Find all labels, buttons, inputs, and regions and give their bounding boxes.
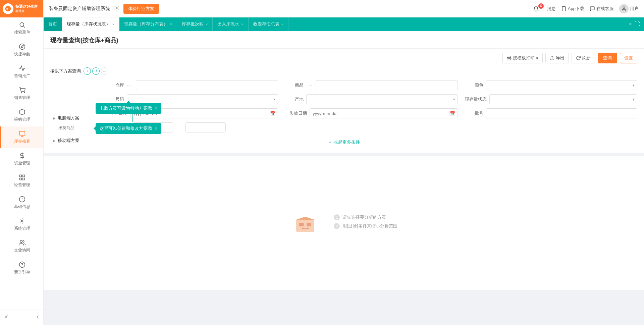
svg-point-23	[5, 316, 7, 318]
tab-in-out-flow-label: 出入库流水	[217, 21, 239, 27]
content-area: 现存量查询(按仓库+商品) 按模板打印 ▾ 导出 刷新 查询	[44, 31, 644, 325]
batch-label: 批号	[463, 110, 483, 116]
tab-home[interactable]: 首页	[44, 17, 62, 31]
refresh-scheme-button[interactable]: ↺	[92, 67, 100, 75]
tip-num-1: 1	[334, 214, 340, 220]
svg-point-20	[20, 240, 22, 243]
sidebar-label-inventory: 库存核算	[14, 139, 30, 144]
scheme-mobile-arrow: ▶	[53, 139, 56, 143]
tab-close-collect-summary[interactable]: ×	[281, 22, 283, 26]
tab-batch-ledger[interactable]: 库存批次账 ×	[177, 17, 213, 31]
scheme-tree: ▶ 电脑端方案 按类商品 ▶ 移动端方案	[50, 113, 97, 146]
filter-label: 按以下方案查询	[50, 68, 81, 74]
filter-area: 按以下方案查询 + ↺ ← 电脑方案可设为移动方案哦 ×	[44, 63, 644, 153]
expiry-date-label: 失效日期	[283, 110, 307, 116]
empty-state: 1 请先选择要分析的方案 2 用[过滤]条件来缩小分析范围	[290, 181, 397, 266]
sidebar-label-finance: 资金管理	[14, 160, 30, 166]
svg-line-3	[23, 26, 25, 28]
sidebar-item-inventory[interactable]: 库存核算	[0, 126, 43, 148]
tab-collect-summary[interactable]: 收发存汇总表 ×	[249, 17, 288, 31]
scheme-mobile-label: 移动端方案	[58, 138, 79, 144]
svg-point-24	[116, 7, 117, 9]
scheme-desktop[interactable]: ▶ 电脑端方案	[50, 113, 97, 123]
color-select[interactable]	[486, 80, 637, 90]
inventory-main-to-input[interactable]	[185, 122, 226, 132]
maximize-button[interactable]: ⛶	[635, 21, 640, 27]
refresh-label: 刷新	[582, 55, 591, 61]
svg-rect-28	[508, 58, 511, 60]
svg-rect-30	[296, 220, 314, 232]
tooltip2-text: 这里可以创建和修改方案哦	[100, 125, 152, 131]
goods-label: 商品	[283, 82, 304, 88]
sidebar-item-quick-nav[interactable]: 快捷导航	[0, 39, 43, 61]
svg-rect-25	[562, 6, 565, 11]
svg-rect-32	[307, 223, 312, 226]
scheme-mobile[interactable]: ▶ 移动端方案	[50, 136, 97, 146]
filter-action-buttons: + ↺ ←	[84, 67, 108, 75]
prev-scheme-button[interactable]: ←	[101, 67, 108, 75]
tip-text-1: 请先选择要分析的方案	[342, 214, 386, 220]
tab-close-inventory-dist[interactable]: ×	[170, 22, 172, 26]
sidebar-item-operations[interactable]: 经营管理	[0, 170, 43, 192]
collapse-sidebar-icon[interactable]	[35, 314, 41, 321]
sidebar-item-guide[interactable]: 新手引导	[0, 257, 43, 279]
system-settings-icon[interactable]	[114, 5, 119, 12]
tab-in-out-flow[interactable]: 出入库流水 ×	[213, 17, 248, 31]
add-scheme-button[interactable]: +	[84, 67, 91, 75]
tab-inventory-status[interactable]: 现存量（库存状况表） ×	[62, 17, 119, 31]
expiry-date-input[interactable]	[310, 108, 458, 118]
sidebar-label-operations: 经营管理	[14, 182, 30, 188]
sidebar-item-marketing[interactable]: 营销推广	[0, 61, 43, 83]
sidebar-label-search: 搜索菜单	[14, 30, 30, 35]
batch-input[interactable]	[486, 108, 637, 118]
sidebar-label-guide: 新手引导	[14, 269, 30, 275]
origin-select-wrap[interactable]	[306, 94, 458, 104]
template-print-arrow: ▾	[536, 56, 538, 61]
sidebar-item-system[interactable]: 系统管理	[0, 214, 43, 235]
settings-icon[interactable]	[3, 314, 9, 321]
tooltip2-close[interactable]: ×	[155, 126, 157, 131]
user-action[interactable]: 用户	[619, 4, 639, 13]
inventory-status-select[interactable]	[489, 94, 637, 104]
trial-button[interactable]: 体验行业方案	[123, 4, 159, 14]
color-select-wrap[interactable]	[486, 80, 637, 90]
sidebar-item-sales[interactable]: 销售管理	[0, 83, 43, 105]
inventory-status-select-wrap[interactable]	[489, 94, 637, 104]
support-action[interactable]: 在线客服	[590, 6, 614, 12]
query-button[interactable]: 查询	[598, 53, 617, 63]
close-all-tabs-button[interactable]: ×	[629, 21, 632, 27]
notification-action[interactable]: 6 消息	[533, 6, 556, 12]
tooltip1-close[interactable]: ×	[155, 106, 157, 111]
page-title: 现存量查询(按仓库+商品)	[50, 36, 637, 48]
origin-select[interactable]	[306, 94, 458, 104]
sidebar-item-search[interactable]: 搜索菜单	[0, 17, 43, 39]
export-button[interactable]: 导出	[545, 53, 569, 63]
app-download-action[interactable]: App下载	[561, 6, 584, 12]
tab-inventory-dist[interactable]: 现存量（库存分布表） ×	[119, 17, 177, 31]
expiry-date-field: 失效日期 📅	[283, 108, 458, 118]
refresh-button[interactable]: 刷新	[572, 53, 595, 63]
scheme-sub-label: 按类商品	[58, 125, 74, 131]
expiry-date-wrap[interactable]: 📅	[310, 108, 458, 118]
tab-close-batch-ledger[interactable]: ×	[206, 22, 208, 26]
inventory-status-label: 现存量状态	[463, 96, 487, 102]
tab-bar: 首页 现存量（库存状况表） × 现存量（库存分布表） × 库存批次账 × 出入库…	[44, 17, 644, 31]
tip-num-2: 2	[334, 223, 340, 229]
notification-badge: 6	[538, 3, 544, 9]
empty-illustration	[290, 208, 320, 239]
set-button[interactable]: 设置	[620, 53, 637, 63]
tab-close-inventory-status[interactable]: ×	[112, 22, 114, 26]
goods-field: 商品 ···	[283, 80, 458, 90]
sidebar-item-finance[interactable]: 资金管理	[0, 148, 43, 170]
tab-bar-actions: × ⛶	[625, 17, 644, 31]
collapse-filter-button[interactable]: 收起更多条件	[50, 137, 637, 148]
sidebar-label-marketing: 营销推广	[14, 73, 30, 79]
scheme-sub-item[interactable]: 按类商品	[50, 123, 97, 133]
sidebar-item-purchase[interactable]: 采购管理	[0, 105, 43, 126]
sidebar-nav: 搜索菜单 快捷导航 营销推广 销售管理 采购管理 库存核算 资金管理 经营管理	[0, 17, 43, 310]
sidebar-item-basic-info[interactable]: 基础信息	[0, 192, 43, 214]
sidebar-item-enterprise[interactable]: 企业协同	[0, 235, 43, 257]
template-print-button[interactable]: 按模板打印 ▾	[502, 53, 543, 63]
tab-close-in-out-flow[interactable]: ×	[241, 22, 243, 26]
logo-icon: 6	[3, 3, 13, 14]
